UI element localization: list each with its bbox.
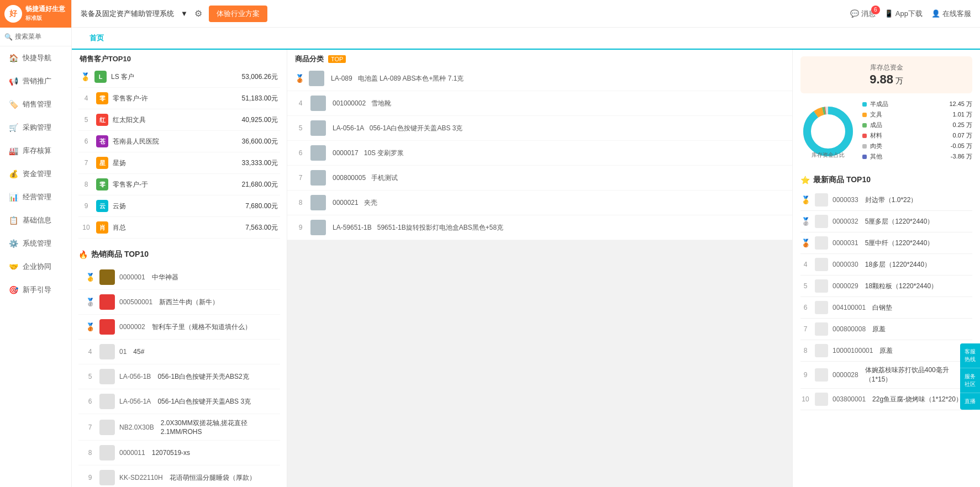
legend-value: 0.07 万 [953, 131, 972, 140]
customer-name: 星扬 [113, 158, 238, 168]
sidebar-item-purchase[interactable]: 🛒 采购管理 [0, 116, 71, 139]
customer-badge: 苍 [96, 135, 108, 147]
legend-name: 成品 [870, 121, 950, 129]
sidebar-item-operations[interactable]: 📊 经营管理 [0, 186, 71, 209]
sidebar-item-quick-nav[interactable]: 🏠 快捷导航 [0, 46, 71, 70]
medal-icon: 🥇 [85, 273, 95, 282]
service-community-button[interactable]: 服务社区 [960, 368, 980, 393]
rank-num: 9 [800, 371, 810, 379]
logo-text: 畅捷通好生意 标准版 [25, 5, 65, 22]
rank-num: 6 [800, 304, 810, 311]
rank-item: 10 肖 肖总 7,563.00元 [78, 217, 280, 239]
legend-value: 12.45 万 [949, 100, 972, 108]
legend-name: 半成品 [870, 100, 946, 108]
online-service-button[interactable]: 👤 在线客服 [931, 9, 971, 19]
rank-num: 9 [295, 224, 306, 231]
customer-badge: L [94, 71, 107, 83]
home-tab[interactable]: 首页 [81, 28, 113, 50]
system-dropdown[interactable]: ▼ [181, 9, 188, 18]
product-image [99, 394, 115, 409]
sales-icon: 🏷️ [9, 100, 18, 109]
search-menu[interactable]: 🔍 搜索菜单 [0, 28, 71, 46]
legend-item: 文具 1.01 万 [862, 110, 972, 119]
product-name: 45# [133, 348, 273, 356]
customer-badge: 星 [96, 157, 108, 169]
medal-icon: 🥈 [800, 217, 810, 226]
sidebar-item-system[interactable]: ⚙️ 系统管理 [0, 232, 71, 255]
product-info: 000800005 手机测试 [333, 173, 398, 183]
customer-service-button[interactable]: 客服热线 [960, 343, 980, 368]
sidebar-item-basic-info[interactable]: 📋 基础信息 [0, 209, 71, 232]
basic-info-icon: 📋 [9, 216, 18, 225]
message-button[interactable]: 💬 消息 6 [850, 9, 876, 19]
product-info: 0000017 10S 变刷罗浆 [333, 149, 404, 158]
customer-amount: 51,183.00元 [242, 94, 278, 103]
product-code: LA-056-1B [119, 373, 151, 380]
product-image [815, 215, 828, 228]
sales-ranking-title: 销售客户TOP10 [80, 54, 279, 64]
live-button[interactable]: 直播 [960, 393, 980, 410]
topbar: 装备及固定资产辅助管理系统 ▼ ⚙ 体验行业方案 💬 消息 6 📱 App下载 … [72, 0, 980, 28]
rank-num: 6 [81, 137, 92, 145]
product-code: 0000011 [119, 449, 145, 457]
product-code: LA-056-1A [119, 398, 151, 405]
sidebar-item-marketing[interactable]: 📢 营销推广 [0, 70, 71, 93]
product-code: 000500001 [119, 298, 152, 306]
rank-num: 6 [85, 398, 95, 405]
legend-color [862, 134, 867, 138]
system-title: 装备及固定资产辅助管理系统 [81, 9, 174, 19]
sidebar-item-finance[interactable]: 💰 资金管理 [0, 162, 71, 186]
legend-value: 1.01 万 [953, 110, 972, 119]
stock-total-unit: 万 [895, 76, 903, 85]
sidebar-item-inventory[interactable]: 🏭 库存核算 [0, 139, 71, 162]
fire-icon: 🔥 [78, 250, 88, 259]
product-image [99, 269, 115, 285]
rank-num: 7 [85, 424, 95, 431]
new-products-section: ⭐ 最新商品 TOP10 🥇 0000033 封边带（1.0*22） 🥈 000… [800, 170, 972, 410]
rank-num: 8 [800, 347, 810, 354]
product-name: 新西兰牛肉（新牛） [159, 298, 273, 307]
product-code: 0000032 [833, 218, 858, 225]
product-image [99, 319, 115, 335]
sidebar-item-cooperation[interactable]: 🤝 企业协同 [0, 255, 71, 278]
trial-button[interactable]: 体验行业方案 [209, 6, 267, 22]
sidebar-item-guide[interactable]: 🎯 新手引导 [0, 278, 71, 301]
product-code: 01 [119, 348, 127, 356]
rank-num: 4 [800, 261, 810, 268]
hot-item: 8 0000011 12070519-xs [78, 441, 280, 465]
product-name: 18颗粒板（1220*2440） [865, 282, 972, 291]
sidebar-item-sales[interactable]: 🏷️ 销售管理 [0, 93, 71, 116]
settings-icon[interactable]: ⚙ [194, 8, 202, 19]
rank-item: 4 零 零售客户-许 51,183.00元 [78, 88, 280, 109]
rank-num: 4 [81, 94, 92, 102]
legend-name: 肉类 [870, 142, 947, 150]
rank-item: 5 红 红太阳文具 40,925.00元 [78, 109, 280, 131]
customer-amount: 36,600.00元 [242, 137, 278, 146]
product-code: KK-SD22110H [119, 474, 163, 481]
hot-products-section: 🔥 热销商品 TOP10 🥇 0000001 中华神器 🥈 000500001 [72, 239, 287, 487]
customer-name: LS 客户 [111, 72, 238, 82]
customer-badge: 红 [96, 114, 108, 126]
inventory-icon: 🏭 [9, 146, 18, 155]
product-image [99, 470, 115, 485]
medal-icon: 🥈 [85, 298, 95, 306]
product-image [815, 236, 828, 250]
category-column: 商品分类 TOP 🥉 LA-089 电池盖 LA-089 ABS本色+黑种 7.… [287, 50, 792, 487]
customer-amount: 21,680.00元 [242, 180, 278, 189]
legend-name: 其他 [870, 152, 947, 161]
product-code: 0000002 [119, 323, 145, 331]
new-prod-item: 🥈 0000032 5厘多层（1220*2440） [800, 211, 972, 232]
product-name: 056-1A白色按键开关盖ABS 3克 [157, 397, 273, 406]
chevron-down-icon: ▼ [181, 9, 188, 18]
service-icon: 👤 [931, 9, 940, 18]
product-image [815, 301, 828, 314]
sales-customer-column: 销售客户TOP10 🥇 L LS 客户 53,006.26元 4 零 零售客户-… [72, 50, 287, 487]
star-icon: ⭐ [800, 176, 810, 184]
legend-item: 肉类 -0.05 万 [862, 142, 972, 150]
customer-name: 零售客户-于 [113, 180, 238, 189]
product-name: 原羞 [872, 325, 972, 334]
new-prod-item: 6 004100001 白钢垫 [800, 297, 972, 319]
new-products-title: ⭐ 最新商品 TOP10 [800, 170, 972, 189]
message-badge: 6 [871, 6, 880, 14]
app-download-button[interactable]: 📱 App下载 [884, 9, 923, 19]
